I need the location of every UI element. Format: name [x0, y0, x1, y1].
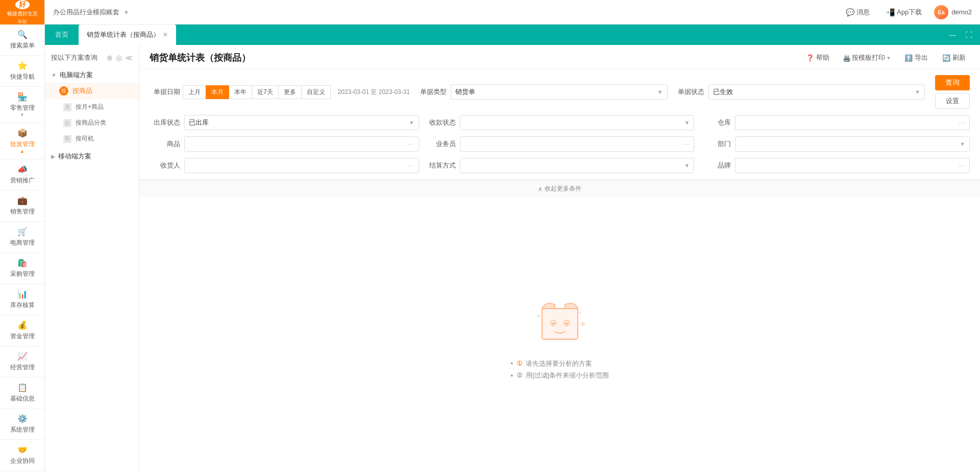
date-last-month-btn[interactable]: 上月 [183, 85, 206, 99]
filter-sidebar: 按以下方案查询 ⊕ ◎ ≪ ▼ 电脑端方案 按 按商品 月 [45, 45, 139, 472]
payment-status-input[interactable]: ▼ [460, 115, 695, 130]
filter-sidebar-actions: ⊕ ◎ ≪ [107, 54, 133, 62]
filter-sidebar-header: 按以下方案查询 ⊕ ◎ ≪ [45, 50, 139, 65]
recipient-input[interactable]: ··· [184, 158, 419, 173]
refresh-btn[interactable]: 🔄 刷新 [938, 51, 970, 64]
empty-hints: ① 请先选择要分析的方案 ② 用[过滤]条件来缩小分析范围 [510, 358, 609, 382]
settings-btn[interactable]: 设置 [935, 93, 970, 109]
scheme-sub-item-by-month-product[interactable]: 月 按月+商品 [45, 99, 139, 115]
query-field-brand: 品牌 ··· [700, 158, 970, 173]
tab-maximize-btn[interactable]: ⛶ [962, 28, 976, 42]
svg-point-7 [537, 315, 540, 318]
sidebar-item-wholesale[interactable]: 📦 批发管理 ▲ [0, 123, 44, 159]
sidebar-item-quicknav[interactable]: ⭐ 快捷导航 [0, 56, 44, 87]
product-input[interactable]: ··· [184, 136, 419, 152]
print-label: 按模板打印 [852, 53, 885, 62]
sidebar-item-enterprise[interactable]: 🤝 企业协同 [0, 440, 44, 471]
product-label: 商品 [150, 139, 180, 149]
finance-icon: 💰 [17, 320, 28, 330]
scheme-item-by-product-label: 按商品 [72, 86, 92, 96]
wh-status-input[interactable]: 已出库 ▼ [184, 115, 419, 130]
operation-icon: 📈 [17, 351, 28, 361]
docstatus-input[interactable]: 已生效 ▼ [708, 84, 925, 100]
brand-label: 品牌 [700, 161, 731, 170]
hint1-text: 请先选择要分析的方案 [526, 358, 592, 369]
tab-report[interactable]: 销货单统计表（按商品） ✕ [79, 25, 176, 45]
messages-btn[interactable]: 💬 消息 [842, 6, 874, 19]
sidebar-item-wholesale-label: 批发管理 [10, 140, 35, 149]
query-btn[interactable]: 查询 [935, 75, 970, 90]
sidebar-item-inventory-label: 库存核算 [10, 301, 35, 310]
sidebar-item-system-label: 系统管理 [10, 426, 35, 434]
user-info[interactable]: Ea demo2 [934, 5, 972, 19]
department-input[interactable]: ▼ [735, 136, 970, 152]
purchase-icon: 🛍️ [17, 258, 28, 268]
sidebar-item-purchase[interactable]: 🛍️ 采购管理 [0, 253, 44, 284]
username-label: demo2 [951, 8, 972, 16]
logo-icon: 好 [15, 0, 30, 9]
scheme-sub-item-by-category[interactable]: 分 按商品分类 [45, 115, 139, 131]
recipient-label: 收货人 [150, 161, 180, 170]
collapse-sidebar-btn[interactable]: ≪ [125, 54, 133, 62]
sidebar-item-finance[interactable]: 💰 资金管理 [0, 315, 44, 346]
query-field-warehouse: 仓库 ··· [700, 115, 970, 130]
sidebar-item-quicknav-label: 快捷导航 [10, 73, 35, 81]
sidebar-item-inventory[interactable]: 📊 库存核算 [0, 284, 44, 315]
workspace-dropdown-icon[interactable]: ▼ [124, 9, 129, 15]
sidebar-item-ecommerce[interactable]: 🛒 电商管理 [0, 222, 44, 253]
doctype-dropdown-icon: ▼ [657, 89, 663, 95]
sidebar-item-system[interactable]: ⚙️ 系统管理 [0, 409, 44, 440]
export-icon: ⬆️ [904, 54, 913, 62]
query-row-4: 收货人 ··· 结算方式 ▼ 品牌 [150, 158, 970, 173]
export-btn[interactable]: ⬆️ 导出 [900, 51, 932, 64]
tab-minimize-btn[interactable]: — [945, 28, 960, 42]
month-product-icon: 月 [63, 103, 71, 111]
date-this-month-btn[interactable]: 本月 [206, 85, 229, 99]
tab-home[interactable]: 首页 [45, 25, 79, 45]
add-scheme-btn[interactable]: ⊕ [107, 54, 113, 62]
sidebar-item-operation[interactable]: 📈 经营管理 [0, 346, 44, 377]
scheme-group-mobile-header[interactable]: ▶ 移动端方案 [45, 149, 139, 164]
sidebar-item-purchase-label: 采购管理 [10, 270, 35, 278]
print-btn[interactable]: 🖨️ 按模板打印 ▼ [840, 51, 894, 64]
help-btn[interactable]: ❓ 帮助 [802, 51, 834, 64]
refresh-icon: 🔄 [942, 54, 950, 62]
payment-method-label: 结算方式 [425, 161, 456, 170]
svg-rect-0 [542, 309, 578, 339]
date-7days-btn[interactable]: 近7天 [252, 85, 279, 99]
logo-text: 畅捷通好生意 [7, 10, 38, 17]
scheme-group-mobile: ▶ 移动端方案 [45, 149, 139, 164]
scheme-item-by-product[interactable]: 按 按商品 [45, 83, 139, 99]
sidebar-item-sales[interactable]: 💼 销售管理 [0, 191, 44, 222]
department-dropdown-icon: ▼ [960, 141, 965, 147]
settings-scheme-btn[interactable]: ◎ [116, 54, 122, 62]
tab-report-close[interactable]: ✕ [163, 31, 168, 38]
main-panel: 销货单统计表（按商品） ❓ 帮助 🖨️ 按模板打印 ▼ ⬆️ 导出 [139, 45, 980, 472]
query-field-payment-method: 结算方式 ▼ [425, 158, 695, 173]
date-more-btn[interactable]: 更多 [278, 85, 302, 99]
print-dropdown-icon: ▼ [886, 55, 891, 61]
cashier-icon: 司 [63, 135, 71, 143]
date-label: 单据日期 [150, 87, 180, 97]
app-download-btn[interactable]: 📲 App下载 [882, 6, 926, 19]
doctype-value: 销货单 [455, 87, 475, 97]
warehouse-input[interactable]: ··· [735, 115, 970, 130]
logo-subtitle: 标版 [18, 18, 27, 25]
query-field-doctype: 单据类型 销货单 ▼ [416, 84, 667, 100]
scheme-group-pc-header[interactable]: ▼ 电脑端方案 [45, 67, 139, 83]
payment-method-input[interactable]: ▼ [460, 158, 695, 173]
app-download-label: App下载 [897, 8, 922, 17]
collapse-bar[interactable]: ∧ 收起更多条件 [139, 180, 980, 197]
sidebar-item-search[interactable]: 🔍 搜索菜单 [0, 25, 44, 56]
sidebar-item-retail[interactable]: 🏪 零售管理 ▼ [0, 87, 44, 123]
query-area: 单据日期 上月 本月 本年 近7天 更多 自定义 2023-03-01 至 20… [139, 69, 980, 180]
scheme-sub-item-by-cashier[interactable]: 司 按司机 [45, 131, 139, 147]
date-this-year-btn[interactable]: 本年 [229, 85, 252, 99]
date-custom-btn[interactable]: 自定义 [301, 85, 331, 99]
brand-input[interactable]: ··· [735, 158, 970, 173]
salesman-input[interactable]: ··· [460, 136, 695, 152]
sidebar-item-basic[interactable]: 📋 基础信息 [0, 377, 44, 409]
doctype-input[interactable]: 销货单 ▼ [451, 84, 667, 100]
scheme-sub-item-cashier-label: 按司机 [76, 134, 94, 143]
sidebar-item-marketing[interactable]: 📣 营销推广 [0, 159, 44, 191]
